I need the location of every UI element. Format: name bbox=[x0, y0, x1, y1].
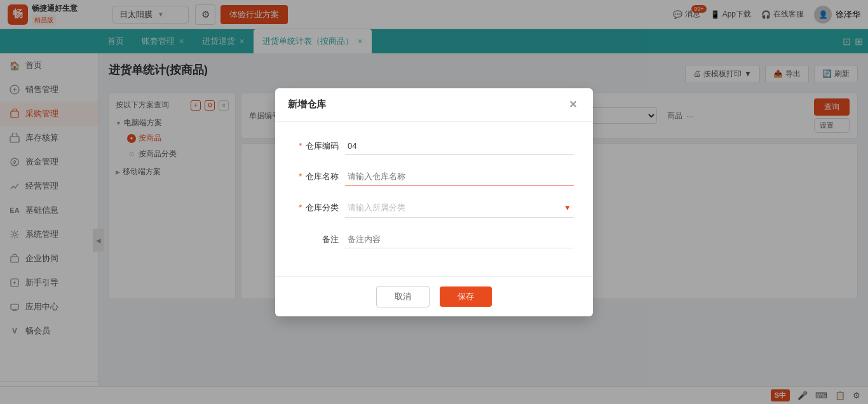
warehouse-category-row: * 仓库分类 请输入所属分类 ▼ bbox=[294, 198, 574, 218]
warehouse-name-row: * 仓库名称 bbox=[294, 168, 574, 185]
warehouse-name-input[interactable] bbox=[345, 168, 574, 185]
required-star-3: * bbox=[299, 203, 302, 212]
warehouse-note-label: 备注 bbox=[294, 234, 345, 245]
warehouse-name-label: * 仓库名称 bbox=[294, 171, 345, 182]
modal-header: 新增仓库 ✕ bbox=[275, 88, 593, 122]
modal-title: 新增仓库 bbox=[288, 98, 326, 111]
modal-body: * 仓库编码 * 仓库名称 * 仓库分类 请输入所属 bbox=[275, 122, 593, 276]
new-warehouse-modal: 新增仓库 ✕ * 仓库编码 * 仓库名称 bbox=[275, 88, 593, 316]
warehouse-category-label: * 仓库分类 bbox=[294, 202, 345, 213]
modal-close-button[interactable]: ✕ bbox=[565, 97, 580, 112]
category-dropdown-icon: ▼ bbox=[564, 203, 571, 212]
warehouse-note-row: 备注 bbox=[294, 231, 574, 248]
required-star: * bbox=[299, 141, 302, 151]
modal-footer: 取消 保存 bbox=[275, 276, 593, 316]
required-star-2: * bbox=[299, 172, 302, 181]
save-button[interactable]: 保存 bbox=[440, 286, 492, 307]
warehouse-code-row: * 仓库编码 bbox=[294, 137, 574, 155]
warehouse-category-select[interactable]: 请输入所属分类 ▼ bbox=[345, 198, 574, 218]
modal-overlay[interactable]: 新增仓库 ✕ * 仓库编码 * 仓库名称 bbox=[0, 0, 868, 404]
warehouse-note-input[interactable] bbox=[345, 231, 574, 248]
category-placeholder: 请输入所属分类 bbox=[348, 202, 405, 213]
cancel-button[interactable]: 取消 bbox=[376, 286, 430, 307]
warehouse-code-label: * 仓库编码 bbox=[294, 140, 345, 152]
warehouse-code-input[interactable] bbox=[345, 137, 574, 155]
